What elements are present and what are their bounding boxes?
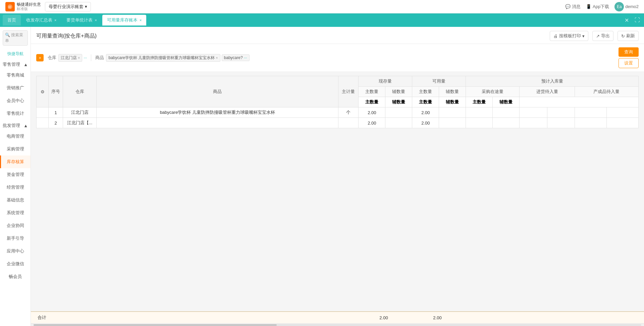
th-unit: 主计量 — [338, 76, 359, 107]
tab-available-stock[interactable]: 可用量库存账本 × — [102, 15, 146, 26]
sidebar-item-operations[interactable]: 经营管理 — [0, 181, 31, 194]
tab-available-stock-close[interactable]: × — [140, 18, 142, 22]
tab-home[interactable]: 首页 — [3, 15, 21, 26]
warehouse-label: 仓库 — [48, 55, 56, 61]
logo-icon: 好 — [5, 2, 15, 11]
page-title: 可用量查询(按仓库+商品) — [36, 33, 97, 40]
sidebar-item-basic-info[interactable]: 基础信息 — [0, 194, 31, 206]
td-finished-pending-main-2 — [575, 118, 606, 128]
th-available-aux: 辅数量 — [439, 87, 466, 97]
sidebar-item-enterprise[interactable]: 企业协同 — [0, 219, 31, 232]
sidebar-item-retail-management[interactable]: 零售管理 ▲ — [0, 59, 31, 69]
footer-cell-available-main: 2.00 — [424, 315, 451, 320]
sidebar-item-inventory[interactable]: 库存核算 — [0, 155, 31, 168]
th-product: 商品 — [97, 76, 338, 107]
sidebar-item-wholesale-management[interactable]: 批发管理 ▲ — [0, 120, 31, 130]
sidebar-item-retail-stats[interactable]: 零售统计 — [0, 107, 31, 120]
warehouse-tag-jiangbei[interactable]: 江北门店 × — [58, 54, 82, 62]
th-warehouse: 仓库 — [63, 76, 97, 107]
tab-collection[interactable]: 收发存汇总表 × — [21, 15, 61, 26]
scroll-thumb[interactable] — [34, 324, 277, 326]
footer-cell-stock-main: 2.00 — [370, 315, 397, 320]
sidebar-item-wechat[interactable]: 企业微信 — [0, 258, 31, 270]
sidebar-item-ecommerce[interactable]: 电商管理 — [0, 130, 31, 143]
horizontal-scrollbar[interactable] — [31, 323, 644, 326]
td-num-2: 2 — [49, 118, 63, 128]
message-icon: 💬 — [565, 4, 571, 9]
sidebar-item-finance[interactable]: 资金管理 — [0, 168, 31, 181]
export-icon: ↗ — [596, 34, 600, 39]
td-product-2 — [97, 118, 338, 128]
sidebar: 🔍 搜索菜单 快捷导航 零售管理 ▲ 零售商城 营销推广 会员中心 零售统计 批… — [0, 27, 31, 326]
chevron-down-icon: ▾ — [85, 4, 87, 9]
refresh-button[interactable]: ↻ 刷新 — [618, 31, 639, 41]
th-finished-pending-main: 主数量 — [466, 97, 493, 107]
download-icon: 📱 — [586, 4, 591, 9]
td-available-main-1: 2.00 — [412, 107, 439, 118]
filter-product-group: 商品 babycare学饮杯 儿童防摔防撞吸管杯重力球吸嘴杯宝宝水杯 × bab… — [95, 54, 249, 62]
sidebar-item-tutorial[interactable]: 新手引导 — [0, 232, 31, 245]
tab-collection-close[interactable]: × — [54, 18, 56, 22]
sidebar-item-member-center[interactable]: 会员中心 — [0, 94, 31, 107]
sidebar-item-app-center[interactable]: 应用中心 — [0, 245, 31, 258]
filter-settings-button[interactable]: 设置 — [619, 58, 639, 68]
sidebar-item-retail-store[interactable]: 零售商城 — [0, 69, 31, 82]
tab-order-stats-close[interactable]: × — [95, 18, 97, 22]
sidebar-search: 🔍 搜索菜单 — [0, 27, 31, 49]
print-button[interactable]: 🖨 按模板打印 ▾ — [550, 31, 588, 41]
th-finished-pending: 产成品待入量 — [575, 87, 638, 97]
sidebar-item-system[interactable]: 系统管理 — [0, 206, 31, 219]
th-purchase-transit: 采购在途量 — [466, 87, 520, 97]
quick-nav-button[interactable]: 快捷导航 — [0, 49, 31, 59]
close-window-button[interactable]: ✕ — [623, 16, 631, 24]
table-area: ⚙ 序号 仓库 商品 主计量 现存量 可用量 预计入库量 主数量 辅数量 主数量 — [31, 72, 644, 311]
top-bar: 好 畅捷通好生意 标准版 母婴行业演示账套 ▾ 💬 消息 📱 App下载 Ea … — [0, 0, 644, 13]
sidebar-item-purchase[interactable]: 采购管理 — [0, 143, 31, 155]
td-stock-aux-2 — [385, 118, 412, 128]
query-button[interactable]: 查询 — [619, 47, 639, 57]
footer-total-label: 合计 — [36, 315, 46, 321]
tab-order-stats[interactable]: 要货单统计表 × — [62, 15, 101, 26]
filter-expand-button[interactable]: » — [36, 54, 44, 61]
export-button[interactable]: ↗ 导出 — [592, 31, 613, 41]
page-header: 可用量查询(按仓库+商品) 🖨 按模板打印 ▾ ↗ 导出 ↻ 刷新 — [31, 27, 644, 44]
th-goods-pending-aux: 辅数量 — [439, 97, 466, 107]
th-stock-main: 主数量 — [359, 87, 385, 97]
nav-tabs: 首页 收发存汇总表 × 要货单统计表 × 可用量库存账本 × ✕ ⛶ — [0, 13, 644, 27]
sidebar-item-member[interactable]: 畅会员 — [0, 270, 31, 283]
th-goods-pending-main: 主数量 — [412, 97, 439, 107]
data-table: ⚙ 序号 仓库 商品 主计量 现存量 可用量 预计入库量 主数量 辅数量 主数量 — [36, 76, 639, 128]
td-purchase-transit-main-1 — [466, 107, 493, 118]
warehouse-more-icon[interactable]: ··· — [84, 55, 87, 60]
remove-product-tag-1[interactable]: × — [216, 56, 218, 60]
user-menu[interactable]: Ea demo2 — [614, 2, 639, 11]
chevron-up-icon-2: ▲ — [23, 123, 28, 128]
td-goods-pending-aux-1 — [547, 107, 575, 118]
product-tag-babycare[interactable]: babycare学饮杯 儿童防摔防撞吸管杯重力球吸嘴杯宝宝水杯 × — [106, 54, 220, 62]
app-download-button[interactable]: 📱 App下载 — [586, 4, 609, 10]
remove-warehouse-tag[interactable]: × — [78, 56, 80, 60]
th-finished-pending-aux: 辅数量 — [493, 97, 520, 107]
td-available-aux-1 — [439, 107, 466, 118]
search-menu-button[interactable]: 🔍 搜索菜单 — [3, 30, 28, 46]
product-tag-babycare2[interactable]: babycare? ··· — [222, 54, 250, 61]
filter-action-buttons: 查询 设置 — [619, 47, 639, 68]
page-actions: 🖨 按模板打印 ▾ ↗ 导出 ↻ 刷新 — [550, 31, 639, 41]
td-product-1: babycare学饮杯 儿童防摔防撞吸管杯重力球吸嘴杯宝宝水杯 — [97, 107, 338, 118]
industry-select[interactable]: 母婴行业演示账套 ▾ — [45, 2, 91, 11]
product-more-icon[interactable]: ··· — [244, 55, 247, 60]
maximize-window-button[interactable]: ⛶ — [633, 16, 641, 24]
th-num: 序号 — [49, 76, 63, 107]
td-finished-pending-aux-2 — [606, 118, 638, 128]
content: 可用量查询(按仓库+商品) 🖨 按模板打印 ▾ ↗ 导出 ↻ 刷新 — [31, 27, 644, 326]
td-warehouse-1: 江北门店 — [63, 107, 97, 118]
window-controls: ✕ ⛶ — [623, 16, 641, 24]
th-settings[interactable]: ⚙ — [37, 76, 49, 107]
message-button[interactable]: 💬 消息 — [565, 4, 581, 10]
td-finished-pending-aux-1 — [606, 107, 638, 118]
td-settings-1 — [37, 107, 49, 118]
scroll-track — [34, 324, 641, 326]
sidebar-item-marketing[interactable]: 营销推广 — [0, 82, 31, 94]
td-stock-aux-1 — [385, 107, 412, 118]
td-available-aux-2 — [439, 118, 466, 128]
